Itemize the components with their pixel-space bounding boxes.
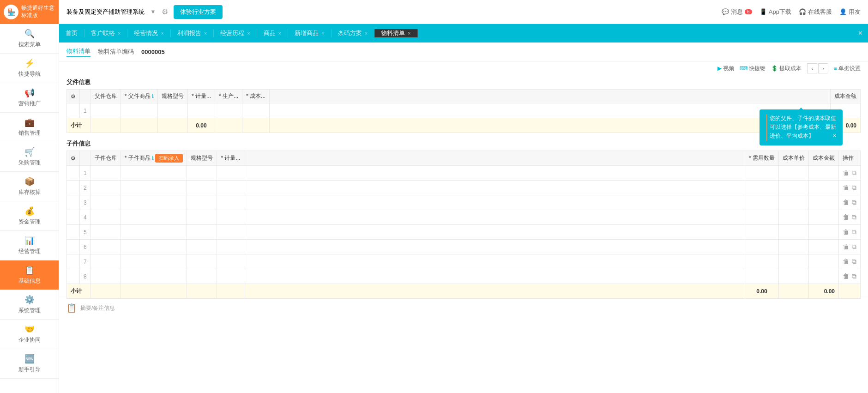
child-row5-goods[interactable]: [121, 225, 187, 240]
child-row5-cost-price[interactable]: [779, 225, 809, 240]
sidebar-item-collab[interactable]: 🤝企业协同: [0, 320, 59, 349]
child-row2-delete-icon[interactable]: 🗑: [843, 184, 849, 192]
child-row8-needed-qty[interactable]: [745, 269, 778, 284]
parent-row1-warehouse[interactable]: [90, 103, 121, 118]
child-row8-copy-icon[interactable]: ⧉: [852, 272, 856, 280]
child-row8-spec[interactable]: [187, 269, 217, 284]
settings-icon[interactable]: ⚙: [162, 7, 168, 16]
parent-row1-spec[interactable]: [158, 103, 188, 118]
sidebar-item-quicknav[interactable]: ⚡快捷导航: [0, 54, 59, 83]
child-row4-needed-qty[interactable]: [745, 210, 778, 225]
child-row2-warehouse[interactable]: [90, 181, 121, 195]
tab-new_goods[interactable]: 新增商品×: [288, 29, 331, 37]
nav-prev[interactable]: ‹: [807, 63, 817, 73]
child-row1-cost-price[interactable]: [779, 166, 809, 181]
child-row6-needed-qty[interactable]: [745, 240, 778, 254]
child-row7-cost-price[interactable]: [779, 254, 809, 269]
child-row2-goods[interactable]: [121, 181, 187, 195]
sub-tab-list[interactable]: 物料清单: [66, 46, 90, 57]
child-row7-delete-icon[interactable]: 🗑: [843, 258, 849, 266]
child-row1-spec[interactable]: [187, 166, 217, 181]
child-row6-goods[interactable]: [121, 240, 187, 254]
tab-close-barcode[interactable]: ×: [365, 30, 368, 36]
parent-row1-cost[interactable]: [242, 103, 270, 118]
online-service-item[interactable]: 🎧 在线客服: [799, 8, 832, 16]
child-row5-copy-icon[interactable]: ⧉: [852, 228, 856, 236]
child-row4-copy-icon[interactable]: ⧉: [852, 213, 856, 221]
child-row6-cost-price[interactable]: [779, 240, 809, 254]
child-row1-unit[interactable]: [217, 166, 244, 181]
sidebar-item-purchase[interactable]: 🛒采购管理: [0, 142, 59, 172]
child-row2-copy-icon[interactable]: ⧉: [852, 184, 856, 192]
child-row1-goods[interactable]: [121, 166, 187, 181]
child-row1-copy-icon[interactable]: ⧉: [852, 169, 856, 177]
user-item[interactable]: 👤 用友: [839, 8, 861, 16]
tab-bom[interactable]: 物料清单×: [374, 29, 417, 37]
child-row4-spec[interactable]: [187, 210, 217, 225]
child-row3-copy-icon[interactable]: ⧉: [852, 199, 856, 206]
child-row7-spec[interactable]: [187, 254, 217, 269]
tab-close-bom[interactable]: ×: [408, 30, 410, 36]
toolbar-video[interactable]: ▶ 视频: [717, 65, 734, 73]
toolbar-shortcut[interactable]: ⌨ 快捷键: [740, 65, 766, 73]
child-row4-warehouse[interactable]: [90, 210, 121, 225]
child-row3-spec[interactable]: [187, 195, 217, 210]
child-row2-unit[interactable]: [217, 181, 244, 195]
child-row6-copy-icon[interactable]: ⧉: [852, 243, 856, 251]
message-item[interactable]: 💬 消息 6: [722, 8, 752, 16]
tab-operation_status[interactable]: 经营情况×: [127, 29, 170, 37]
child-row5-warehouse[interactable]: [90, 225, 121, 240]
tab-close-new_goods[interactable]: ×: [321, 30, 324, 36]
child-row4-goods[interactable]: [121, 210, 187, 225]
tab-nav-close[interactable]: ×: [853, 29, 868, 37]
tooltip-close-icon[interactable]: ×: [833, 132, 836, 140]
child-row3-cost-price[interactable]: [779, 195, 809, 210]
child-th-gear[interactable]: ⚙: [67, 151, 80, 166]
child-row1-needed-qty[interactable]: [745, 166, 778, 181]
tab-operation_history[interactable]: 经营历程×: [214, 29, 257, 37]
sidebar-item-inventory[interactable]: 📦库存核算: [0, 172, 59, 201]
child-row2-cost-price[interactable]: [779, 181, 809, 195]
child-row8-cost-price[interactable]: [779, 269, 809, 284]
parent-row1-produce[interactable]: [215, 103, 242, 118]
tab-barcode[interactable]: 条码方案×: [332, 29, 374, 37]
tab-close-operation_history[interactable]: ×: [247, 30, 250, 36]
child-row6-unit[interactable]: [217, 240, 244, 254]
child-row1-delete-icon[interactable]: 🗑: [843, 169, 849, 177]
child-row6-warehouse[interactable]: [90, 240, 121, 254]
child-row4-unit[interactable]: [217, 210, 244, 225]
tab-close-profit_report[interactable]: ×: [204, 30, 207, 36]
child-row6-spec[interactable]: [187, 240, 217, 254]
dropdown-icon[interactable]: ▼: [150, 8, 156, 15]
parent-th-gear[interactable]: ⚙: [67, 90, 80, 103]
child-row3-delete-icon[interactable]: 🗑: [843, 199, 849, 206]
sidebar-item-operation[interactable]: 📊经营管理: [0, 231, 59, 260]
child-row7-needed-qty[interactable]: [745, 254, 778, 269]
sidebar-item-system[interactable]: ⚙️系统管理: [0, 290, 59, 320]
child-row7-warehouse[interactable]: [90, 254, 121, 269]
sidebar-item-finance[interactable]: 💰资金管理: [0, 201, 59, 231]
sidebar-item-sales[interactable]: 💼销售管理: [0, 113, 59, 142]
child-row6-delete-icon[interactable]: 🗑: [843, 243, 849, 251]
nav-next[interactable]: ›: [818, 63, 828, 73]
child-row5-spec[interactable]: [187, 225, 217, 240]
tab-home[interactable]: 首页: [59, 29, 84, 37]
parent-row1-goods[interactable]: [121, 103, 157, 118]
child-row3-needed-qty[interactable]: [745, 195, 778, 210]
child-row7-goods[interactable]: [121, 254, 187, 269]
child-row7-unit[interactable]: [217, 254, 244, 269]
child-row5-unit[interactable]: [217, 225, 244, 240]
tab-goods[interactable]: 商品×: [257, 29, 288, 37]
child-row3-warehouse[interactable]: [90, 195, 121, 210]
child-row4-delete-icon[interactable]: 🗑: [843, 213, 849, 221]
tab-close-goods[interactable]: ×: [278, 30, 281, 36]
child-row7-copy-icon[interactable]: ⧉: [852, 258, 856, 266]
tab-close-operation_status[interactable]: ×: [161, 30, 163, 36]
app-download-item[interactable]: 📱 App下载: [760, 8, 791, 16]
sidebar-item-guide[interactable]: 🆕新手引导: [0, 349, 59, 379]
child-row8-warehouse[interactable]: [90, 269, 121, 284]
scan-button[interactable]: 扫码录入: [155, 154, 183, 163]
sidebar-item-search[interactable]: 🔍搜索菜单: [0, 24, 59, 54]
child-row3-goods[interactable]: [121, 195, 187, 210]
child-row5-needed-qty[interactable]: [745, 225, 778, 240]
